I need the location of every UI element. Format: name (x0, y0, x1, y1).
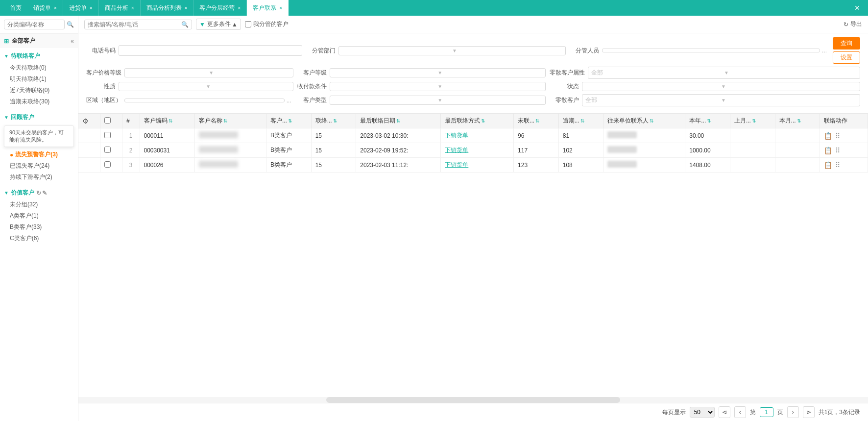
table-row: 1 000011 B类客户 15 2023-03-02 10:30: 下销货单 … (78, 128, 868, 143)
sidebar-item-7days[interactable]: 近7天待联络(0) (0, 85, 78, 96)
tab-sales[interactable]: 销货单 × (27, 0, 63, 16)
customer-type-select[interactable]: ▼ (330, 96, 546, 105)
home-tab[interactable]: 首页 (4, 0, 27, 16)
tab-analysis-list[interactable]: 商品分析列表 × (141, 0, 194, 16)
sidebar-item-declining[interactable]: 持续下滑客户(2) (0, 172, 78, 183)
dept-select[interactable]: ▼ (338, 46, 565, 55)
more-conditions-btn[interactable]: ▼ 更多条件 ▲ (196, 19, 241, 30)
column-settings-btn[interactable]: ⚙ (82, 117, 89, 125)
prev-page-btn[interactable]: ‹ (734, 406, 746, 418)
settings-button[interactable]: 设置 (833, 51, 860, 64)
zero-customer-select[interactable]: 全部 ▼ (582, 94, 860, 106)
contact-action-icon[interactable]: 📋 (824, 132, 832, 140)
this-month-column-header[interactable]: 本月...⇅ (775, 114, 820, 128)
sidebar-item-today[interactable]: 今天待联络(0) (0, 62, 78, 74)
current-page[interactable]: 1 (760, 407, 773, 417)
filter-person: 分管人员 ... (570, 47, 829, 55)
search-icon[interactable]: 🔍 (181, 21, 189, 28)
sidebar-search-input[interactable] (4, 20, 65, 29)
search-input[interactable] (88, 21, 181, 28)
refresh-icon[interactable]: ↻ (36, 190, 41, 197)
row-last-contact-method[interactable]: 下销货单 (441, 128, 514, 143)
last-contact-method-column-header[interactable]: 最后联络方式⇅ (441, 114, 514, 128)
per-page-select[interactable]: 50 20 100 200 (690, 407, 715, 418)
row-contacts (603, 128, 685, 143)
row-checkbox[interactable] (100, 128, 122, 143)
contact-action-icon[interactable]: 📋 (824, 161, 832, 169)
last-page-btn[interactable]: ⊳ (803, 406, 815, 418)
row-select-checkbox[interactable] (104, 161, 111, 168)
checkbox-column-header[interactable] (100, 114, 122, 128)
close-icon[interactable]: × (54, 5, 57, 11)
edit-icon[interactable]: ✎ (42, 190, 47, 197)
sidebar-item-classB[interactable]: B类客户(33) (0, 222, 78, 233)
zero-sales-attr-select[interactable]: 全部 ▼ (588, 67, 860, 79)
export-btn[interactable]: ↻ 导出 (844, 20, 862, 28)
type-column-header[interactable]: 客户...⇅ (266, 114, 311, 128)
sidebar-item-churned[interactable]: 已流失客户(24) (0, 160, 78, 172)
filter-dots[interactable]: ... (820, 47, 829, 54)
query-button[interactable]: 查询 (833, 37, 860, 50)
group-title-review[interactable]: ▼ 回顾客户 (0, 111, 78, 124)
my-customers-checkbox[interactable] (245, 21, 251, 27)
close-icon[interactable]: × (90, 5, 93, 11)
tab-analysis[interactable]: 商品分析 × (99, 0, 141, 16)
more-action-icon[interactable]: ⠿ (835, 161, 840, 169)
close-icon[interactable]: × (131, 5, 134, 11)
row-select-checkbox[interactable] (104, 147, 111, 153)
sidebar-item-churn-warning[interactable]: ● 流失预警客户(3) (0, 149, 78, 160)
last-contact-date-column-header[interactable]: 最后联络日期⇅ (356, 114, 441, 128)
sidebar-item-ungrouped[interactable]: 未分组(32) (0, 199, 78, 210)
tab-purchase[interactable]: 进货单 × (63, 0, 99, 16)
my-customers-label: 我分管的客户 (253, 20, 289, 28)
contacts-column-header[interactable]: 往来单位联系人⇅ (603, 114, 685, 128)
group-title-value[interactable]: ▼ 价值客户 ↻ ✎ (0, 187, 78, 199)
name-column-header[interactable]: 客户名称⇅ (195, 114, 266, 128)
row-select-checkbox[interactable] (104, 132, 111, 138)
window-close-icon[interactable]: ✕ (854, 4, 860, 12)
next-page-btn[interactable]: › (787, 406, 799, 418)
gender-select[interactable]: ▼ (119, 82, 293, 91)
sidebar-search-icon[interactable]: 🔍 (67, 21, 74, 28)
customer-level-select[interactable]: ▼ (330, 68, 546, 77)
close-icon[interactable]: × (185, 5, 188, 11)
horizontal-scroll[interactable] (78, 397, 868, 403)
filter-dots[interactable]: ... (285, 97, 293, 104)
sidebar-item-classA[interactable]: A类客户(1) (0, 210, 78, 222)
person-select[interactable] (602, 49, 820, 52)
this-year-column-header[interactable]: 本年...⇅ (685, 114, 730, 128)
payment-select[interactable]: ▼ (330, 82, 546, 91)
region-select[interactable] (124, 99, 285, 102)
customer-price-select[interactable]: ▼ (124, 68, 293, 77)
more-action-icon[interactable]: ⠿ (835, 132, 840, 140)
overdue-column-header[interactable]: 逾期...⇅ (558, 114, 603, 128)
row-checkbox[interactable] (100, 158, 122, 173)
row-last-contact-method[interactable]: 下销货单 (441, 158, 514, 173)
phone-input[interactable] (119, 45, 302, 56)
more-action-icon[interactable]: ⠿ (835, 147, 840, 154)
contact-action-icon[interactable]: 📋 (824, 147, 832, 154)
sidebar-item-tomorrow[interactable]: 明天待联络(1) (0, 74, 78, 85)
row-code: 000026 (140, 158, 195, 173)
row-overdue: 102 (558, 143, 603, 158)
status-select[interactable]: ▼ (582, 82, 860, 91)
row-type: B类客户 (266, 158, 311, 173)
row-checkbox[interactable] (100, 143, 122, 158)
gear-column-header[interactable]: ⚙ (78, 114, 100, 128)
code-column-header[interactable]: 客户编码⇅ (140, 114, 195, 128)
tab-customer-layer[interactable]: 客户分层经营 × (193, 0, 247, 16)
collapse-icon[interactable]: « (71, 38, 74, 45)
contact-column-header[interactable]: 联络...⇅ (311, 114, 356, 128)
close-icon[interactable]: × (238, 5, 241, 11)
sidebar-item-classC[interactable]: C类客户(6) (0, 233, 78, 244)
unlinked-column-header[interactable]: 未联...⇅ (514, 114, 559, 128)
select-all-checkbox[interactable] (104, 117, 111, 124)
group-title-waiting[interactable]: ▼ 待联络客户 (0, 50, 78, 62)
close-icon[interactable]: × (279, 5, 282, 11)
row-last-contact-method[interactable]: 下销货单 (441, 143, 514, 158)
sidebar-all-customers[interactable]: ⊞ 全部客户 « (0, 34, 78, 48)
tab-customer-contact[interactable]: 客户联系 × (247, 0, 289, 16)
sidebar-item-overdue[interactable]: 逾期未联络(30) (0, 96, 78, 107)
last-month-column-header[interactable]: 上月...⇅ (730, 114, 775, 128)
first-page-btn[interactable]: ⊲ (719, 406, 730, 418)
